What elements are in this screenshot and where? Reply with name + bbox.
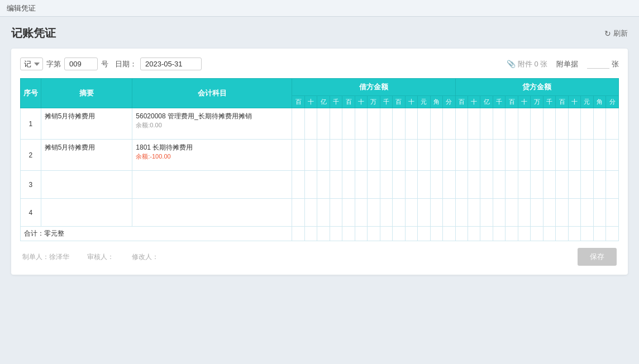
table-row: 2 摊销5月待摊费用 1801 长期待摊费用 余额:-100.00	[21, 140, 619, 171]
row1-c8[interactable]	[543, 108, 555, 140]
row2-c9[interactable]	[556, 140, 568, 171]
th-summary: 摘要	[41, 79, 132, 108]
debit-jiao: 角	[430, 96, 442, 108]
row3-summary[interactable]	[41, 171, 132, 199]
attach-link[interactable]: 附件 0 张	[518, 59, 547, 69]
row1-c10[interactable]	[568, 108, 580, 140]
row1-c2[interactable]	[468, 108, 480, 140]
row2-d8[interactable]	[380, 140, 392, 171]
row1-d13[interactable]	[443, 108, 455, 140]
th-seq: 序号	[21, 79, 41, 108]
row1-d8[interactable]	[380, 108, 392, 140]
row1-c4[interactable]	[493, 108, 505, 140]
row2-d1[interactable]	[292, 140, 304, 171]
row1-c3[interactable]	[480, 108, 493, 140]
row1-c13[interactable]	[606, 108, 619, 140]
row2-c7[interactable]	[531, 140, 543, 171]
row1-c11[interactable]	[581, 108, 593, 140]
row2-d9[interactable]	[393, 140, 405, 171]
row3-subject[interactable]	[132, 171, 292, 199]
total-label: 合计：零元整	[21, 227, 292, 241]
row1-summary[interactable]: 摊销5月待摊费用	[41, 108, 132, 140]
row2-d5[interactable]	[342, 140, 355, 171]
row2-c2[interactable]	[468, 140, 480, 171]
row4-summary[interactable]	[41, 199, 132, 227]
credit-yuan: 元	[581, 96, 593, 108]
debit-fen: 分	[443, 96, 455, 108]
credit-shi: 十	[468, 96, 480, 108]
total-row: 合计：零元整	[21, 227, 619, 241]
row1-d11[interactable]	[418, 108, 430, 140]
row2-c12[interactable]	[593, 140, 605, 171]
row1-d6[interactable]	[355, 108, 367, 140]
paperclip-icon: 📎	[507, 60, 516, 68]
credit-bai: 百	[455, 96, 468, 108]
row2-c6[interactable]	[518, 140, 530, 171]
row1-d10[interactable]	[405, 108, 417, 140]
row1-seq: 1	[21, 108, 41, 140]
main-container: 记账凭证 ↻ 刷新 记 字第 号 日期： 📎	[0, 17, 639, 364]
credit-qian2: 千	[543, 96, 555, 108]
row2-d11[interactable]	[418, 140, 430, 171]
row1-d9[interactable]	[393, 108, 405, 140]
voucher-number-input[interactable]	[64, 58, 98, 70]
row2-d4[interactable]	[330, 140, 342, 171]
reviewer-label: 审核人：	[87, 252, 114, 262]
zhang-input[interactable]	[587, 60, 609, 69]
save-button[interactable]: 保存	[578, 248, 617, 266]
table-row: 4	[21, 199, 619, 227]
row2-d10[interactable]	[405, 140, 417, 171]
refresh-icon: ↻	[604, 29, 611, 38]
row2-summary[interactable]: 摊销5月待摊费用	[41, 140, 132, 171]
row2-c4[interactable]	[493, 140, 505, 171]
row2-subject[interactable]: 1801 长期待摊费用 余额:-100.00	[132, 140, 292, 171]
row1-c7[interactable]	[531, 108, 543, 140]
debit-qian: 千	[330, 96, 342, 108]
hao-label: 号	[101, 59, 108, 69]
debit-yuan: 元	[418, 96, 430, 108]
row2-d3[interactable]	[317, 140, 330, 171]
row1-d7[interactable]	[368, 108, 380, 140]
voucher-card: 记 字第 号 日期： 📎 附件 0 张 附单据	[11, 49, 628, 275]
row2-c5[interactable]	[506, 140, 518, 171]
row1-c9[interactable]	[556, 108, 568, 140]
voucher-type-select[interactable]: 记	[20, 58, 43, 70]
row2-c3[interactable]	[480, 140, 493, 171]
voucher-table: 序号 摘要 会计科目 借方金额 贷方金额 百 十 亿 千 百 十 万	[20, 78, 619, 241]
row2-c8[interactable]	[543, 140, 555, 171]
row2-c11[interactable]	[581, 140, 593, 171]
date-input[interactable]	[140, 58, 202, 70]
row2-c13[interactable]	[606, 140, 619, 171]
row1-c1[interactable]	[455, 108, 468, 140]
row2-c10[interactable]	[568, 140, 580, 171]
row2-d6[interactable]	[355, 140, 367, 171]
row1-c5[interactable]	[506, 108, 518, 140]
credit-yi: 亿	[480, 96, 493, 108]
row3-seq: 3	[21, 171, 41, 199]
date-group: 日期：	[115, 58, 202, 70]
row1-d1[interactable]	[292, 108, 304, 140]
row1-d4[interactable]	[330, 108, 342, 140]
row1-c6[interactable]	[518, 108, 530, 140]
row2-c1[interactable]	[455, 140, 468, 171]
row1-d12[interactable]	[430, 108, 442, 140]
row1-subject[interactable]: 56020008 管理费用_长期待摊费用摊销 余额:0.00	[132, 108, 292, 140]
debit-bai2: 百	[342, 96, 355, 108]
row4-subject[interactable]	[132, 199, 292, 227]
debit-shi3: 十	[405, 96, 417, 108]
debit-bai3: 百	[393, 96, 405, 108]
row1-d3[interactable]	[317, 108, 330, 140]
credit-shi2: 十	[518, 96, 530, 108]
voucher-meta: 记 字第 号 日期： 📎 附件 0 张 附单据	[20, 58, 619, 70]
row1-c12[interactable]	[593, 108, 605, 140]
row2-d7[interactable]	[368, 140, 380, 171]
refresh-button[interactable]: ↻ 刷新	[604, 28, 628, 39]
row1-d2[interactable]	[304, 108, 317, 140]
row2-d13[interactable]	[443, 140, 455, 171]
row1-d5[interactable]	[342, 108, 355, 140]
row2-d12[interactable]	[430, 140, 442, 171]
voucher-footer: 制单人：徐泽华 审核人： 修改人： 保存	[20, 248, 619, 266]
attach-doc-label: 附单据	[556, 59, 578, 69]
row2-d2[interactable]	[304, 140, 317, 171]
attach-info: 📎 附件 0 张	[507, 59, 547, 69]
